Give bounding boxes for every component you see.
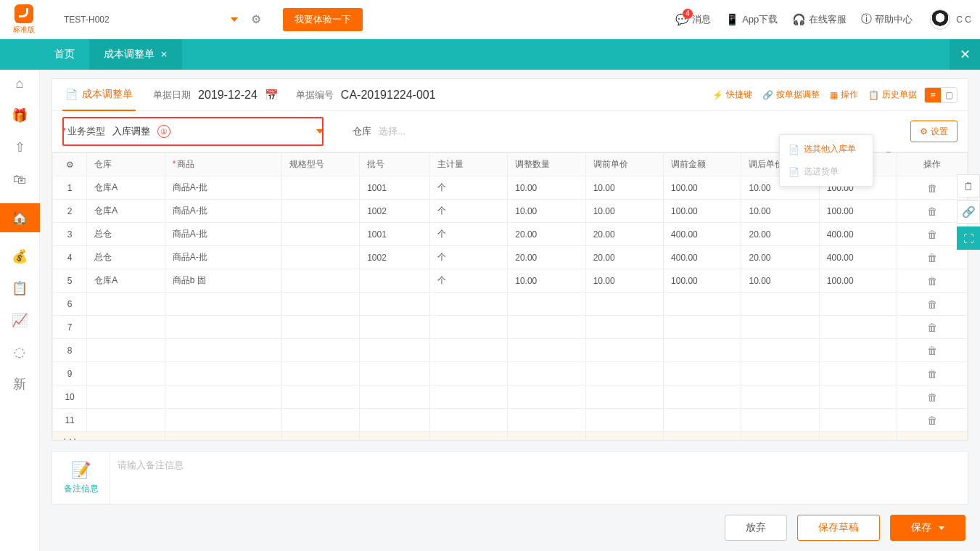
delete-row-icon[interactable]: 🗑 xyxy=(927,205,937,217)
no-label: 单据编号 xyxy=(296,89,334,102)
dock-note-icon[interactable]: 🗒 xyxy=(957,174,980,197)
discard-button[interactable]: 放弃 xyxy=(725,515,787,541)
grid-icon: ▦ xyxy=(830,90,838,100)
delete-row-icon[interactable]: 🗑 xyxy=(927,391,937,403)
close-all-tabs[interactable]: ✕ xyxy=(950,39,980,70)
tab-close-icon[interactable]: ✕ xyxy=(160,49,168,60)
delete-row-icon[interactable]: 🗑 xyxy=(927,182,937,194)
tab-home[interactable]: 首页 xyxy=(40,39,89,70)
table-row[interactable]: 4总仓商品A-批1002个20.0020.00400.0020.00400.00… xyxy=(53,246,968,269)
chevron-down-icon xyxy=(316,129,324,134)
list-view-icon[interactable]: ≡ xyxy=(925,88,941,102)
support-link[interactable]: 🎧 在线客服 xyxy=(792,13,847,26)
table-row-empty[interactable]: 7🗑 xyxy=(53,316,968,339)
message-badge: 4 xyxy=(683,9,693,19)
warehouse-field[interactable]: 仓库 选择... xyxy=(353,125,405,138)
save-button[interactable]: 保存 xyxy=(890,515,965,541)
help-icon: ⓘ xyxy=(861,12,872,26)
dock-expand-icon[interactable]: ⛶ xyxy=(957,226,980,250)
dock-link-icon[interactable]: 🔗 xyxy=(957,200,980,224)
gear-icon: ⚙ xyxy=(920,126,928,136)
source-order-menu: 📄选其他入库单 📄选进货单 xyxy=(779,134,873,187)
doc-number: CA-20191224-001 xyxy=(341,89,436,102)
chevron-down-icon xyxy=(939,526,944,530)
col-product: *商品 xyxy=(165,153,281,176)
nav-clipboard-icon[interactable]: 📋 xyxy=(12,280,28,296)
phone-icon: 📱 xyxy=(725,13,739,26)
remark-section: 📝 备注信息 xyxy=(52,451,968,505)
nav-warehouse-icon[interactable]: 🏠 xyxy=(0,203,40,232)
nav-money-icon[interactable]: 💰 xyxy=(12,248,28,264)
col-qty: 调整数量 xyxy=(508,153,585,176)
items-table: ⚙ 仓库 *商品 规格型号 批号 主计量 调整数量 调前单价 调前金额 调后单价… xyxy=(52,152,968,441)
date-label: 单据日期 xyxy=(153,89,191,102)
table-row-empty[interactable]: 8🗑 xyxy=(53,339,968,362)
col-batch: 批号 xyxy=(360,153,430,176)
by-order-action[interactable]: 🔗按单据调整 xyxy=(762,89,820,101)
col-warehouse: 仓库 xyxy=(87,153,165,176)
remark-title: 备注信息 xyxy=(64,483,99,495)
table-row-empty[interactable]: 10🗑 xyxy=(53,385,968,409)
delete-row-icon[interactable]: 🗑 xyxy=(927,415,937,426)
org-name: TEST-H002 xyxy=(64,15,110,25)
table-row[interactable]: 5仓库A商品b 固个10.0010.00100.0010.00100.00🗑 xyxy=(53,269,968,293)
table-row-empty[interactable]: 9🗑 xyxy=(53,362,968,385)
col-pre-price: 调前单价 xyxy=(585,153,663,176)
bolt-icon: ⚡ xyxy=(712,90,723,100)
delete-row-icon[interactable]: 🗑 xyxy=(927,345,937,356)
history-action[interactable]: 📋历史单据 xyxy=(868,89,917,101)
nav-report-icon[interactable]: 📈 xyxy=(12,312,28,328)
delete-row-icon[interactable]: 🗑 xyxy=(927,298,937,310)
card-view-icon[interactable]: ▢ xyxy=(941,88,957,102)
table-row-empty[interactable]: 11🗑 xyxy=(53,409,968,432)
messages-link[interactable]: 💬 消息 4 xyxy=(675,13,711,26)
col-pre-amount: 调前金额 xyxy=(664,153,741,176)
shortcut-action[interactable]: ⚡快捷键 xyxy=(712,89,752,101)
remark-input[interactable] xyxy=(110,452,968,504)
org-selector[interactable]: TEST-H002 xyxy=(57,9,245,30)
table-row[interactable]: 2仓库A商品A-批1002个10.0010.00100.0010.00100.0… xyxy=(53,200,968,223)
help-link[interactable]: ⓘ 帮助中心 xyxy=(861,12,913,26)
doc-date[interactable]: 2019-12-24 xyxy=(198,89,258,102)
nav-gift-icon[interactable]: 🎁 xyxy=(12,107,28,123)
delete-row-icon[interactable]: 🗑 xyxy=(927,252,937,264)
menu-other-inbound[interactable]: 📄选其他入库单 xyxy=(780,138,873,160)
calendar-icon[interactable]: 📅 xyxy=(265,89,279,102)
nav-bag-icon[interactable]: 🛍 xyxy=(12,171,28,187)
tab-cost-adjust[interactable]: 成本调整单✕ xyxy=(89,39,182,70)
link-icon: 🔗 xyxy=(762,90,773,100)
col-unit: 主计量 xyxy=(429,153,507,176)
trial-button[interactable]: 我要体验一下 xyxy=(283,8,363,31)
delete-row-icon[interactable]: 🗑 xyxy=(927,322,937,333)
operations-action[interactable]: ▦操作 xyxy=(830,89,858,101)
menu-purchase-order: 📄选进货单 xyxy=(780,160,873,183)
view-toggle[interactable]: ≡ ▢ xyxy=(924,87,958,103)
history-icon: 📋 xyxy=(868,90,879,100)
app-download-link[interactable]: 📱 App下载 xyxy=(725,13,778,26)
table-row-empty[interactable]: 6🗑 xyxy=(53,293,968,316)
delete-row-icon[interactable]: 🗑 xyxy=(927,229,937,240)
settings-icon[interactable]: ⚙ xyxy=(251,12,261,26)
subtotal-qty: 70.00 xyxy=(508,432,585,441)
table-row[interactable]: 3总仓商品A-批1001个20.0020.00400.0020.00400.00… xyxy=(53,223,968,246)
biz-type-field[interactable]: *业务类型 入库调整 ① xyxy=(62,125,324,138)
delete-row-icon[interactable]: 🗑 xyxy=(927,368,937,380)
col-gear[interactable]: ⚙ xyxy=(53,153,87,176)
chevron-down-icon xyxy=(231,17,238,22)
user-avatar[interactable] xyxy=(930,9,950,30)
nav-new-icon[interactable]: 新 xyxy=(12,376,28,392)
nav-home-icon[interactable]: ⌂ xyxy=(12,75,28,91)
delete-row-icon[interactable]: 🗑 xyxy=(927,275,937,287)
doc-type-tab[interactable]: 📄 成本调整单 xyxy=(62,79,136,111)
nav-house-up-icon[interactable]: ⇧ xyxy=(12,139,28,155)
settings-button[interactable]: ⚙设置 xyxy=(910,121,958,142)
nav-loading-icon[interactable]: ◌ xyxy=(12,344,28,360)
save-draft-button[interactable]: 保存草稿 xyxy=(797,515,880,541)
annotation-1: ① xyxy=(157,125,170,138)
subtotal-post-amount: 1100.00 xyxy=(819,432,897,441)
brand-logo: 标准版 xyxy=(9,4,39,35)
doc-icon: 📄 xyxy=(65,89,78,100)
note-icon: 📝 xyxy=(71,461,91,480)
headset-icon: 🎧 xyxy=(792,13,806,26)
subtotal-pre-amount: 1100.00 xyxy=(664,432,741,441)
